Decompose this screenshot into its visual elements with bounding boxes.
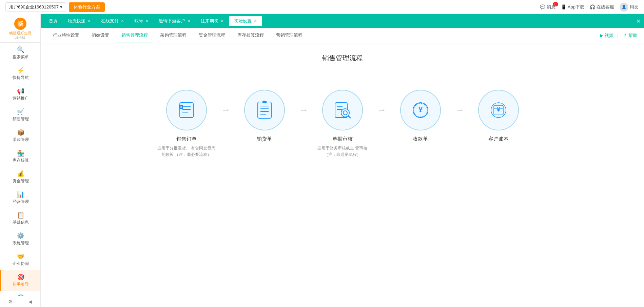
content-area: 销售管理流程 ≡ 销售订单适用于分批发货、 有合同发货周期较长 （注：非必要流程…	[41, 43, 644, 307]
sub-tab-inventory_calc[interactable]: 库存核算流程	[232, 29, 269, 42]
flow-circle-receipt[interactable]: ¥	[400, 90, 441, 130]
sidebar-item-inventory[interactable]: 🏪 库存核算	[0, 146, 40, 167]
video-help-button[interactable]: ▶ 视频	[600, 33, 613, 39]
sidebar-label-finance: 资金管理	[13, 178, 29, 184]
sidebar-label-sales: 销售管理	[13, 116, 29, 122]
logo-text: 畅捷通好生意	[9, 30, 32, 36]
sidebar-item-operation[interactable]: 📊 经营管理	[0, 187, 40, 208]
flow-step-name-doc_review: 单据审核	[332, 136, 353, 142]
user-selector[interactable]: 用户690企业1660120507 ▾	[5, 2, 66, 12]
svg-line-17	[348, 116, 350, 118]
sidebar-label-operation: 经营管理	[13, 199, 29, 205]
logo-icon: 畅	[14, 18, 26, 30]
user-name-label: 用友	[630, 4, 639, 10]
close-icon[interactable]: ✕	[145, 19, 149, 23]
sidebar-item-appstore[interactable]: 🌐 应用中心	[0, 291, 40, 296]
sidebar-item-finance[interactable]: 💰 资金管理	[0, 167, 40, 187]
close-icon[interactable]: ✕	[87, 19, 91, 23]
headset-icon: 🎧	[590, 4, 595, 9]
flow-step-sales_order: ≡ 销售订单适用于分批发货、 有合同发货周期较长 （注：非必要流程）	[156, 90, 217, 158]
close-icon[interactable]: ✕	[254, 19, 257, 23]
sub-tabs-right: ▶ 视频 | ？ 帮助	[600, 33, 637, 39]
close-icon[interactable]: ✕	[121, 19, 124, 23]
flow-step-name-customer_ledger: 客户账本	[488, 136, 509, 142]
svg-text:≡: ≡	[180, 105, 182, 109]
flow-arrow-2: - - →	[373, 90, 390, 114]
app-download-button[interactable]: 📱 App下载	[561, 4, 584, 10]
window-close-icon[interactable]: ✕	[636, 18, 641, 24]
main-layout: 畅 畅捷通好生意 标准版 🔍 搜索菜单 ⚡ 快捷导航 📢 营销推广 🛒 销售管理…	[0, 14, 644, 307]
user-avatar[interactable]: 👤 用友	[620, 3, 639, 12]
nav-tab-invite[interactable]: 邀请下游客户 ✕	[154, 16, 195, 26]
sidebar-bottom: ⚙ ◀	[0, 296, 40, 307]
nav-tab-account[interactable]: 账号 ✕	[130, 16, 153, 26]
message-icon: 💬	[540, 4, 545, 9]
online-service-label: 在线客服	[597, 4, 614, 10]
flow-step-desc-sales_order: 适用于分批发货、 有合同发货周期较长 （注：非必要流程）	[156, 145, 217, 158]
enterprise-icon: 🤝	[17, 253, 24, 260]
sub-tab-marketing_flow[interactable]: 营销管理流程	[271, 29, 308, 42]
help-button[interactable]: ？ 帮助	[623, 33, 637, 39]
inventory-icon: 🏪	[17, 149, 24, 157]
settings-icon[interactable]: ⚙	[8, 299, 13, 304]
collapse-icon[interactable]: ◀	[28, 299, 32, 304]
system-icon: ⚙️	[17, 232, 24, 240]
sidebar-item-marketing[interactable]: 📢 营销推广	[0, 84, 40, 105]
flow-circle-customer_ledger[interactable]: ¥	[478, 90, 519, 130]
sub-tab-purchase_flow[interactable]: 采购管理流程	[155, 29, 192, 42]
quick-icon: ⚡	[17, 67, 24, 74]
sidebar-item-quick[interactable]: ⚡ 快捷导航	[0, 63, 40, 84]
sidebar-item-search[interactable]: 🔍 搜索菜单	[0, 43, 40, 63]
message-button[interactable]: 💬 消息 6	[540, 4, 555, 10]
sub-tab-sales_flow[interactable]: 销售管理流程	[116, 29, 153, 42]
svg-rect-13	[262, 101, 267, 103]
nav-tab-logistics[interactable]: 物流快递 ✕	[63, 16, 96, 26]
page-title: 销售管理流程	[54, 54, 630, 63]
logo-sub: 标准版	[15, 36, 25, 40]
sidebar: 畅 畅捷通好生意 标准版 🔍 搜索菜单 ⚡ 快捷导航 📢 营销推广 🛒 销售管理…	[0, 14, 41, 307]
basic-icon: 📋	[17, 211, 24, 219]
flow-circle-sales_invoice[interactable]	[244, 90, 285, 130]
flow-arrow-0: - - →	[217, 90, 234, 114]
help-label: 帮助	[628, 33, 637, 39]
sidebar-item-basic[interactable]: 📋 基础信息	[0, 208, 40, 229]
finance-icon: 💰	[17, 170, 24, 178]
sub-tab-industry[interactable]: 行业特性设置	[47, 29, 85, 42]
flow-step-sales_invoice: 销货单	[234, 90, 295, 145]
svg-text:¥: ¥	[497, 107, 500, 112]
download-icon: 📱	[561, 4, 566, 9]
sidebar-label-purchase: 采购管理	[13, 137, 29, 143]
trial-button[interactable]: 体验行业方案	[69, 2, 105, 12]
sidebar-item-enterprise[interactable]: 🤝 企业协同	[0, 249, 40, 270]
operation-icon: 📊	[17, 191, 24, 198]
sales-icon: 🛒	[17, 108, 24, 116]
sub-tab-finance_flow[interactable]: 资金管理流程	[193, 29, 231, 42]
app-download-label: App下载	[568, 4, 584, 10]
sub-tabs-bar: 行业特性设置初始设置销售管理流程采购管理流程资金管理流程库存核算流程营销管理流程…	[41, 28, 644, 43]
svg-text:¥: ¥	[418, 105, 423, 114]
sub-tab-initial[interactable]: 初始设置	[86, 29, 115, 42]
close-icon[interactable]: ✕	[187, 19, 191, 23]
sidebar-label-newbie: 新手引导	[13, 282, 29, 287]
nav-tab-period[interactable]: 往来期初 ✕	[196, 16, 229, 26]
search-icon: 🔍	[17, 46, 24, 54]
help-icon: ？	[623, 33, 627, 39]
nav-tabs-bar: 首页物流快递 ✕在线支付 ✕账号 ✕邀请下游客户 ✕往来期初 ✕初始设置 ✕✕	[41, 14, 644, 28]
nav-tab-init[interactable]: 初始设置 ✕	[229, 16, 262, 26]
close-icon[interactable]: ✕	[220, 19, 224, 23]
nav-tab-home[interactable]: 首页	[44, 16, 62, 26]
flow-step-name-sales_invoice: 销货单	[257, 136, 272, 142]
nav-tab-payment[interactable]: 在线支付 ✕	[96, 16, 129, 26]
flow-step-receipt: ¥ 收款单	[390, 90, 451, 145]
sidebar-item-sales[interactable]: 🛒 销售管理	[0, 105, 40, 125]
flow-circle-doc_review[interactable]	[322, 90, 363, 130]
sidebar-item-system[interactable]: ⚙️ 系统管理	[0, 229, 40, 249]
sidebar-item-newbie[interactable]: 🎯 新手引导	[0, 270, 40, 291]
flow-circle-sales_order[interactable]: ≡	[166, 90, 207, 130]
sidebar-item-purchase[interactable]: 📦 采购管理	[0, 125, 40, 146]
chevron-down-icon: ▾	[60, 4, 62, 9]
flow-step-doc_review: 单据审核适用于财务审核或主 管审核 （注：非必要流程）	[312, 90, 373, 158]
online-service-button[interactable]: 🎧 在线客服	[590, 4, 614, 10]
newbie-icon: 🎯	[17, 273, 24, 281]
top-bar-left: 用户690企业1660120507 ▾ 体验行业方案	[5, 2, 105, 12]
